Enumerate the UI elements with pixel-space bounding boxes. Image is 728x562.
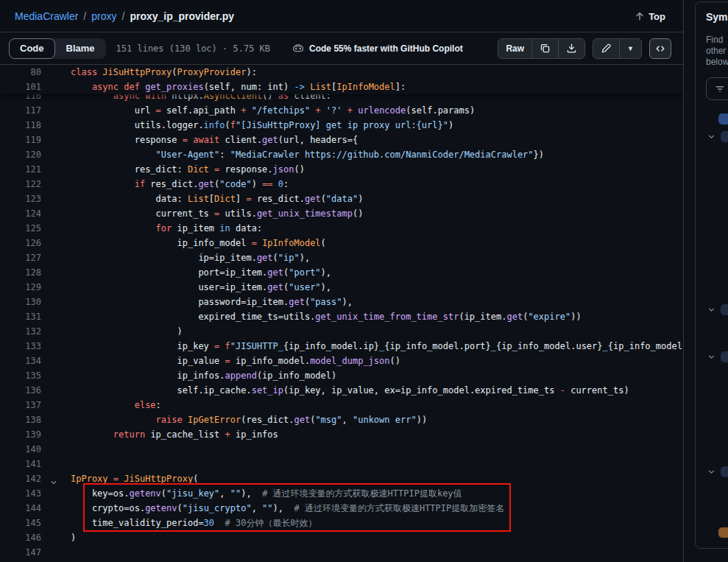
tab-code[interactable]: Code — [9, 38, 55, 59]
symbol-item[interactable] — [696, 303, 728, 315]
code-text: for ip_item in data: — [71, 221, 262, 236]
line-number[interactable]: 138 — [0, 412, 41, 427]
symbols-panel: Sym Find other below — [695, 1, 728, 549]
code-text: "User-Agent": "MediaCrawler https://gith… — [71, 147, 544, 162]
arrow-up-icon — [635, 11, 645, 21]
back-to-top-link[interactable]: Top — [635, 0, 665, 32]
raw-button[interactable]: Raw — [498, 39, 531, 58]
symbol-item[interactable] — [696, 466, 728, 477]
tab-blame[interactable]: Blame — [55, 38, 106, 59]
code-line: 125for ip_item in data: — [0, 221, 683, 236]
code-line: 123data: List[Dict] = res_dict.get("data… — [0, 192, 683, 206]
line-number[interactable]: 144 — [0, 501, 41, 516]
line-number[interactable]: 125 — [0, 221, 41, 236]
symbols-panel-description: Find other below — [706, 35, 728, 68]
symbol-pill — [721, 351, 728, 362]
code-line: 117url = self.api_path + "/fetchips" + '… — [0, 103, 683, 118]
code-line: 129user=ip_item.get("user"), — [0, 280, 683, 295]
code-text: self.ip_cache.set_ip(ip_key, ip_value, e… — [71, 383, 629, 398]
line-number[interactable]: 140 — [0, 442, 41, 457]
code-text: ip_info_model = IpInfoModel( — [71, 236, 326, 250]
symbols-panel-toggle-button[interactable] — [649, 38, 671, 59]
symbol-item[interactable] — [696, 130, 728, 142]
code-line: 80class JiSuHttpProxy(ProxyProvider): — [0, 65, 683, 80]
line-number[interactable]: 127 — [0, 250, 41, 265]
line-number[interactable]: 142 — [0, 471, 41, 486]
code-text: ip=ip_item.get("ip"), — [71, 250, 310, 265]
code-line: 118utils.logger.info(f"[JiSuHttpProxy] g… — [0, 118, 683, 133]
code-text: port=ip_item.get("port"), — [71, 265, 331, 280]
code-line: 132) — [0, 324, 683, 339]
line-number[interactable]: 128 — [0, 265, 41, 280]
chevron-down-icon[interactable] — [707, 353, 715, 361]
code-text: return ip_cache_list + ip_infos — [71, 427, 278, 442]
line-number[interactable]: 121 — [0, 162, 41, 177]
line-number[interactable]: 133 — [0, 339, 41, 354]
chevron-down-icon[interactable] — [707, 133, 715, 141]
symbols-panel-title: Sym — [706, 11, 728, 23]
copilot-icon — [292, 43, 304, 55]
breadcrumb-dir-link[interactable]: proxy — [91, 10, 116, 22]
code-viewer: 116async with httpx.AsyncClient() as cli… — [0, 65, 683, 562]
code-text: ) — [71, 530, 76, 545]
symbol-item[interactable] — [696, 351, 728, 362]
code-text: ip_value = ip_info_model.model_dump_json… — [71, 354, 400, 368]
line-number[interactable]: 131 — [0, 309, 41, 324]
line-number[interactable]: 80 — [0, 65, 41, 80]
line-number[interactable]: 147 — [0, 545, 41, 560]
line-number[interactable]: 139 — [0, 427, 41, 442]
line-number[interactable]: 134 — [0, 354, 41, 368]
edit-dropdown-button[interactable]: ▼ — [619, 39, 641, 58]
symbols-filter-input[interactable] — [706, 77, 728, 100]
breadcrumb-repo-link[interactable]: MediaCrawler — [15, 10, 78, 22]
code-text: crypto=os.getenv("jisu_crypto", ""), # 通… — [71, 501, 504, 516]
line-number[interactable]: 126 — [0, 236, 41, 250]
line-number[interactable]: 135 — [0, 368, 41, 383]
line-number[interactable]: 119 — [0, 133, 41, 147]
copy-button[interactable] — [531, 39, 558, 58]
chevron-down-icon[interactable] — [707, 468, 715, 476]
code-text: ip_key = f"JISUHTTP_{ip_info_model.ip}_{… — [71, 339, 682, 354]
code-line: 139return ip_cache_list + ip_infos — [0, 427, 683, 442]
line-number[interactable]: 136 — [0, 383, 41, 398]
line-number[interactable]: 130 — [0, 295, 41, 309]
code-text: data: List[Dict] = res_dict.get("data") — [71, 192, 363, 206]
code-line: 133ip_key = f"JISUHTTP_{ip_info_model.ip… — [0, 339, 683, 354]
code-line: 134ip_value = ip_info_model.model_dump_j… — [0, 354, 683, 368]
chevron-down-icon[interactable] — [707, 306, 715, 314]
line-number[interactable]: 120 — [0, 147, 41, 162]
line-number[interactable]: 141 — [0, 457, 41, 471]
line-number[interactable]: 137 — [0, 398, 41, 412]
code-text: expired_time_ts=utils.get_unix_time_from… — [71, 309, 582, 324]
symbol-item[interactable] — [696, 527, 728, 538]
sticky-scope-lines: 80class JiSuHttpProxy(ProxyProvider):101… — [0, 65, 683, 94]
line-number[interactable]: 124 — [0, 206, 41, 221]
breadcrumb: MediaCrawler / proxy / proxy_ip_provider… — [0, 0, 683, 32]
code-text: class JiSuHttpProxy(ProxyProvider): — [71, 65, 257, 80]
line-number[interactable]: 117 — [0, 103, 41, 118]
line-number[interactable]: 146 — [0, 530, 41, 545]
edit-button[interactable] — [593, 39, 619, 58]
code-text: key=os.getenv("jisu_key", ""), # 通过环境变量的… — [71, 486, 462, 501]
breadcrumb-separator: / — [121, 10, 124, 22]
line-number[interactable]: 129 — [0, 280, 41, 295]
code-line: 128port=ip_item.get("port"), — [0, 265, 683, 280]
download-icon — [566, 43, 577, 54]
code-lines: 117url = self.api_path + "/fetchips" + '… — [0, 65, 683, 560]
line-number[interactable]: 122 — [0, 177, 41, 192]
code-line: 145time_validity_period=30 # 30分钟（最长时效） — [0, 516, 683, 530]
raw-actions-group: Raw — [498, 38, 585, 59]
line-number[interactable]: 143 — [0, 486, 41, 501]
line-number[interactable]: 101 — [0, 80, 41, 94]
line-number[interactable]: 132 — [0, 324, 41, 339]
line-number[interactable]: 145 — [0, 516, 41, 530]
code-line: 119response = await client.get(url, head… — [0, 133, 683, 147]
breadcrumb-separator: / — [83, 10, 86, 22]
code-line: 137else: — [0, 398, 683, 412]
line-number[interactable]: 123 — [0, 192, 41, 206]
symbol-item[interactable] — [696, 113, 728, 124]
line-number[interactable]: 118 — [0, 118, 41, 133]
download-button[interactable] — [558, 39, 584, 58]
file-view: MediaCrawler / proxy / proxy_ip_provider… — [0, 0, 684, 562]
code-text: ip_infos.append(ip_info_model) — [71, 368, 336, 383]
